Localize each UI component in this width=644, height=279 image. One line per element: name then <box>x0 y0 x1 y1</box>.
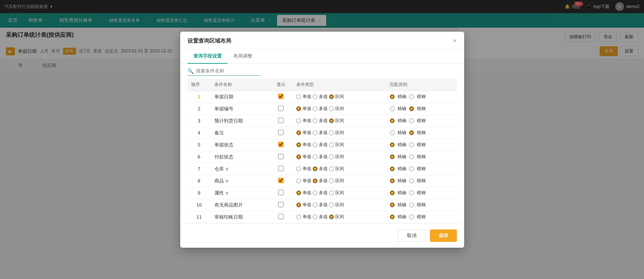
tab-layout[interactable]: 布局调整 <box>228 49 258 64</box>
dialog-title: 设置查询区域布局 <box>187 38 231 44</box>
search-input[interactable] <box>196 68 258 72</box>
dialog-tabs: 查询字段设置 布局调整 <box>180 49 464 64</box>
dialog-search-area: 🔍 <box>180 64 464 72</box>
settings-dialog: 设置查询区域布局 × 查询字段设置 布局调整 🔍 顺序 条件名称 显示 <box>180 32 464 72</box>
search-box: 🔍 <box>187 68 260 72</box>
dialog-close-button[interactable]: × <box>453 38 457 44</box>
search-icon: 🔍 <box>187 68 194 72</box>
dialog-header: 设置查询区域布局 × <box>180 32 464 49</box>
tab-query-fields[interactable]: 查询字段设置 <box>187 49 228 64</box>
dialog-overlay: 设置查询区域布局 × 查询字段设置 布局调整 🔍 顺序 条件名称 显示 <box>0 0 644 72</box>
